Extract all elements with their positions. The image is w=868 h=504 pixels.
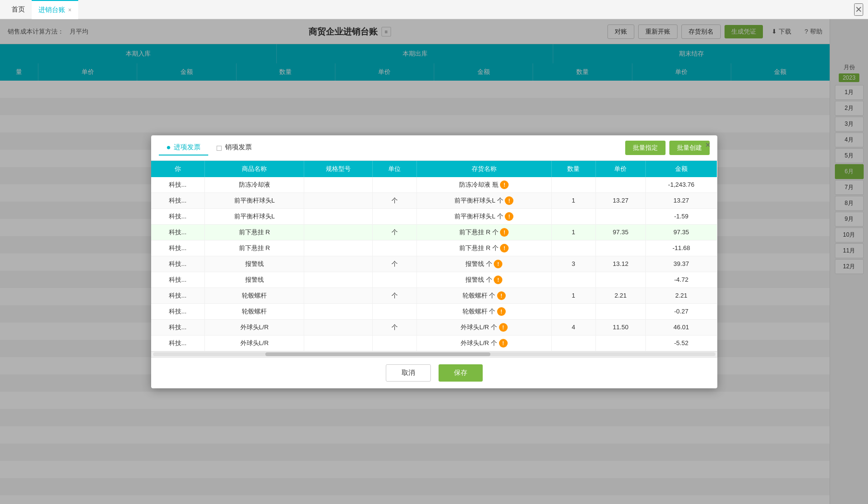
cell-stock: 报警线 个 ! xyxy=(416,272,551,288)
modal-footer: 取消 保存 xyxy=(151,357,717,388)
cell-amount: -4.72 xyxy=(646,272,717,288)
cell-product: 报警线 xyxy=(204,256,304,272)
cell-price xyxy=(595,335,646,351)
cell-company: 科技... xyxy=(151,240,205,256)
cell-amount: -1,243.76 xyxy=(646,177,717,193)
cell-qty xyxy=(551,240,595,256)
cell-qty xyxy=(551,303,595,319)
modal-close-button[interactable]: × xyxy=(705,140,711,150)
cell-amount: 13.27 xyxy=(646,192,717,208)
stock-name-text: 轮毂螺杆 个 xyxy=(463,292,496,299)
window-close-button[interactable]: ✕ xyxy=(854,3,863,16)
modal-header-buttons: 批量指定 批量创建 xyxy=(625,141,710,155)
table-body: 科技...防冻冷却液防冻冷却液 瓶 !-1,243.76科技...前平衡杆球头L… xyxy=(151,177,717,351)
outbound-tab-icon: ◻ xyxy=(216,143,222,152)
warning-icon: ! xyxy=(494,276,502,284)
warning-icon: ! xyxy=(497,307,506,316)
th-company: 你 xyxy=(151,161,205,177)
cell-price xyxy=(595,303,646,319)
batch-assign-button[interactable]: 批量指定 xyxy=(625,141,666,155)
cell-product: 前平衡杆球头L xyxy=(204,192,304,208)
cell-qty xyxy=(551,177,595,193)
table-header-row: 你 商品名称 规格型号 单位 存货名称 数量 单价 金额 xyxy=(151,161,717,177)
table-row: 科技...前下悬挂 R个前下悬挂 R 个 !197.3597.35 xyxy=(151,224,717,240)
warning-icon: ! xyxy=(499,323,508,332)
cell-price xyxy=(595,272,646,288)
horizontal-scrollbar[interactable] xyxy=(151,351,717,357)
cell-unit xyxy=(372,335,416,351)
cell-price: 97.35 xyxy=(595,224,646,240)
cell-amount: -0.27 xyxy=(646,303,717,319)
cell-spec xyxy=(304,177,373,193)
cell-spec xyxy=(304,240,373,256)
cell-unit xyxy=(372,208,416,224)
cell-price xyxy=(595,240,646,256)
batch-create-button[interactable]: 批量创建 xyxy=(669,141,710,155)
warning-icon: ! xyxy=(497,291,506,300)
modal-dialog: ● 进项发票 ◻ 销项发票 批量指定 批量创建 × 你 xyxy=(151,135,717,388)
cell-company: 科技... xyxy=(151,224,205,240)
cancel-button[interactable]: 取消 xyxy=(386,364,431,382)
cell-company: 科技... xyxy=(151,288,205,303)
warning-icon: ! xyxy=(505,196,513,205)
warning-icon: ! xyxy=(499,339,508,348)
invoice-table: 你 商品名称 规格型号 单位 存货名称 数量 单价 金额 科技...防冻冷却液防… xyxy=(151,161,717,351)
save-button[interactable]: 保存 xyxy=(439,364,483,382)
cell-spec xyxy=(304,224,373,240)
stock-name-text: 前平衡杆球头L 个 xyxy=(454,213,503,220)
th-stock-name: 存货名称 xyxy=(416,161,551,177)
table-row: 科技...报警线报警线 个 !-4.72 xyxy=(151,272,717,288)
th-price: 单价 xyxy=(595,161,646,177)
main-area: 销售成本计算方法： 月平均 商贸企业进销台账 ≡ 对账 重新开账 存货别名 生成… xyxy=(0,19,868,504)
cell-qty xyxy=(551,335,595,351)
cell-price: 2.21 xyxy=(595,288,646,303)
tab-inbound-invoice[interactable]: ● 进项发票 xyxy=(159,140,209,156)
cell-product: 外球头L/R xyxy=(204,319,304,335)
cell-amount: 46.01 xyxy=(646,319,717,335)
tab-outbound-invoice[interactable]: ◻ 销项发票 xyxy=(208,140,260,156)
cell-product: 前平衡杆球头L xyxy=(204,208,304,224)
cell-spec xyxy=(304,272,373,288)
cell-price: 11.50 xyxy=(595,319,646,335)
scrollbar-track xyxy=(153,352,715,356)
cell-company: 科技... xyxy=(151,192,205,208)
inbound-tab-label: 进项发票 xyxy=(174,143,201,152)
stock-name-text: 外球头L/R 个 xyxy=(461,324,497,331)
warning-icon: ! xyxy=(494,260,502,268)
tab-close-icon[interactable]: × xyxy=(68,7,71,13)
cell-price: 13.12 xyxy=(595,256,646,272)
warning-icon: ! xyxy=(500,244,509,252)
cell-unit: 个 xyxy=(372,288,416,303)
cell-company: 科技... xyxy=(151,256,205,272)
cell-stock: 轮毂螺杆 个 ! xyxy=(416,288,551,303)
table-row: 科技...轮毂螺杆轮毂螺杆 个 !-0.27 xyxy=(151,303,717,319)
cell-qty xyxy=(551,208,595,224)
th-amount: 金额 xyxy=(646,161,717,177)
cell-stock: 轮毂螺杆 个 ! xyxy=(416,303,551,319)
cell-price: 13.27 xyxy=(595,192,646,208)
cell-unit: 个 xyxy=(372,319,416,335)
table-row: 科技...外球头L/R外球头L/R 个 !-5.52 xyxy=(151,335,717,351)
cell-stock: 报警线 个 ! xyxy=(416,256,551,272)
th-qty: 数量 xyxy=(551,161,595,177)
cell-spec xyxy=(304,288,373,303)
stock-name-text: 前下悬挂 R 个 xyxy=(459,228,499,236)
cell-qty: 4 xyxy=(551,319,595,335)
cell-amount: -1.59 xyxy=(646,208,717,224)
cell-amount: -5.52 xyxy=(646,335,717,351)
cell-company: 科技... xyxy=(151,208,205,224)
cell-spec xyxy=(304,256,373,272)
modal-table-container: 你 商品名称 规格型号 单位 存货名称 数量 单价 金额 科技...防冻冷却液防… xyxy=(151,161,717,351)
th-product-name: 商品名称 xyxy=(204,161,304,177)
cell-amount: 2.21 xyxy=(646,288,717,303)
table-row: 科技...外球头L/R个外球头L/R 个 !411.5046.01 xyxy=(151,319,717,335)
cell-company: 科技... xyxy=(151,272,205,288)
stock-name-text: 前平衡杆球头L 个 xyxy=(454,197,503,204)
nav-home[interactable]: 首页 xyxy=(5,0,32,19)
nav-active-tab[interactable]: 进销台账 × xyxy=(32,0,78,19)
cell-product: 防冻冷却液 xyxy=(204,177,304,193)
table-row: 科技...前平衡杆球头L个前平衡杆球头L 个 !113.2713.27 xyxy=(151,192,717,208)
cell-company: 科技... xyxy=(151,303,205,319)
cell-qty: 1 xyxy=(551,192,595,208)
cell-unit: 个 xyxy=(372,256,416,272)
